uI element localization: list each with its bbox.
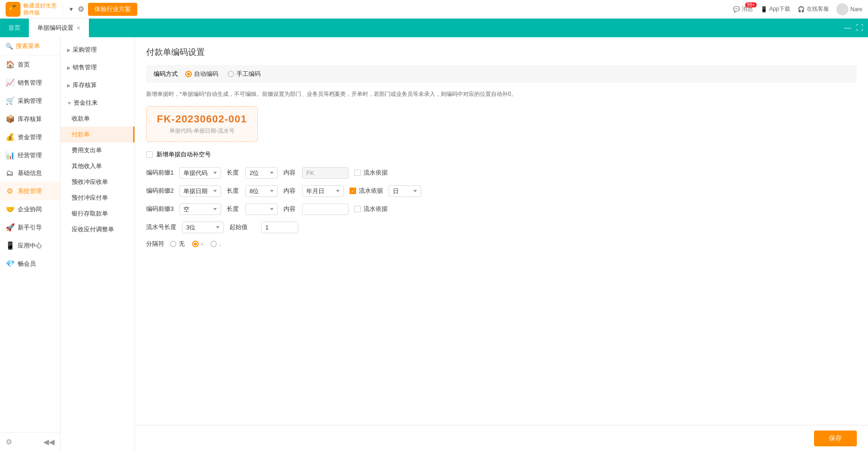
encode-method-label: 编码方式 <box>154 70 178 78</box>
message-icon: 💬 <box>733 6 740 13</box>
sub-item-expense[interactable]: 费用支出单 <box>61 142 135 158</box>
sidebar-item-guide[interactable]: 🚀 新手引导 <box>0 218 60 236</box>
sales-icon: 📈 <box>6 78 14 87</box>
auto-fill-row: 新增单据自动补空号 <box>146 150 857 159</box>
save-button[interactable]: 保存 <box>814 431 857 446</box>
prefix1-length-select[interactable]: 2位 <box>245 167 278 179</box>
home-icon: 🏠 <box>6 60 14 69</box>
sidebar-item-inventory[interactable]: 📦 库存核算 <box>0 110 60 128</box>
auto-encode-radio[interactable]: 自动编码 <box>185 70 218 78</box>
prefix2-waterflow-label[interactable]: ✓ 流水依据 <box>350 187 383 195</box>
sidebar-item-purchase[interactable]: 🛒 采购管理 <box>0 92 60 110</box>
membership-icon: 💎 <box>6 259 14 268</box>
phone-icon: 📱 <box>760 6 767 13</box>
prefix3-content-input[interactable] <box>302 203 349 215</box>
prefix1-waterflow-label[interactable]: 流水依据 <box>354 168 388 177</box>
manual-encode-radio[interactable]: 手工编码 <box>228 70 261 78</box>
guide-icon: 🚀 <box>6 223 14 232</box>
sidebar-item-operations[interactable]: 📊 经营管理 <box>0 146 60 164</box>
prefix3-waterflow-checkbox[interactable] <box>354 206 361 212</box>
serial-length-label: 流水号长度 <box>146 223 176 231</box>
gear-bottom-icon[interactable]: ⚙ <box>6 438 12 446</box>
sub-item-bank[interactable]: 银行存取款单 <box>61 206 135 222</box>
page-title: 付款单编码设置 <box>146 47 857 58</box>
chevron-right-icon: ▶ <box>67 47 71 53</box>
sidebar-item-home[interactable]: 🏠 首页 <box>0 55 60 74</box>
prefix-row-1: 编码前缀1 单据代码 长度 2位 内容 流水依据 <box>146 167 857 179</box>
prefix2-period-select[interactable]: 日 <box>389 185 421 197</box>
prefix1-content-label: 内容 <box>283 168 296 177</box>
sub-item-adjust[interactable]: 应收应付调整单 <box>61 222 135 237</box>
sidebar-item-apps[interactable]: 📱 应用中心 <box>0 236 60 255</box>
sub-item-other-income[interactable]: 其他收入单 <box>61 158 135 174</box>
prefix2-select[interactable]: 单据日期 <box>179 185 221 197</box>
sidebar-item-finance[interactable]: 💰 资金管理 <box>0 128 60 146</box>
tab-encode-settings[interactable]: 单据编码设置 ✕ <box>29 19 89 37</box>
enterprise-icon: 🤝 <box>6 205 14 214</box>
logo-text: 畅通道好生意 插件版 <box>23 2 57 16</box>
sidebar-item-enterprise[interactable]: 🤝 企业协同 <box>0 200 60 218</box>
sub-item-receipt[interactable]: 收款单 <box>61 111 135 127</box>
sub-item-prepay-offset2[interactable]: 预付冲应付单 <box>61 190 135 206</box>
tab-bar: 首页 单据编码设置 ✕ — ⛶ <box>0 19 868 37</box>
prefix2-content-select[interactable]: 年月日 <box>302 185 344 197</box>
prefix3-waterflow-label[interactable]: 流水依据 <box>354 205 388 213</box>
app-download-button[interactable]: 📱 App下载 <box>760 5 790 13</box>
sep-dash-radio[interactable]: - <box>192 240 203 247</box>
prefix3-content-label: 内容 <box>283 205 296 213</box>
sidebar-item-basic-info[interactable]: 🗂 基础信息 <box>0 164 60 182</box>
tab-home[interactable]: 首页 <box>0 19 29 37</box>
prefix2-length-select[interactable]: 8位 <box>245 185 278 197</box>
tab-close-icon[interactable]: ✕ <box>76 25 81 31</box>
prefix3-length-select[interactable] <box>245 203 278 215</box>
main-page: 付款单编码设置 编码方式 自动编码 手工编码 <box>135 37 868 425</box>
serial-row: 流水号长度 3位 起始值 <box>146 222 857 233</box>
window-minimize-icon[interactable]: — <box>844 24 851 32</box>
window-maximize-icon[interactable]: ⛶ <box>856 24 863 32</box>
main-layout: 🔍 搜索菜单 🏠 首页 📈 销售管理 🛒 采购管理 📦 库存核算 💰 资金管理 … <box>0 37 868 451</box>
start-value-input[interactable] <box>261 222 298 233</box>
encode-radio-group: 自动编码 手工编码 <box>185 70 261 78</box>
sidebar-item-sales[interactable]: 📈 销售管理 <box>0 74 60 92</box>
prefix1-select[interactable]: 单据代码 <box>179 167 221 179</box>
finance-icon: 💰 <box>6 133 14 141</box>
prefix3-select[interactable]: 空 <box>179 203 221 215</box>
online-service-button[interactable]: 🎧 在线客服 <box>798 5 829 13</box>
auto-fill-checkbox[interactable] <box>146 151 153 158</box>
sub-group-inventory-title[interactable]: ▶ 库存核算 <box>61 77 135 93</box>
prefix2-waterflow-checkbox[interactable]: ✓ <box>350 188 356 194</box>
example-desc: 单据代码-单据日期-流水号 <box>157 127 247 135</box>
search-menu[interactable]: 🔍 搜索菜单 <box>0 37 60 55</box>
sep-dot-radio[interactable]: . <box>210 240 221 247</box>
sub-item-prepay-offset[interactable]: 预收冲应收单 <box>61 174 135 190</box>
tab-bar-actions: — ⛶ <box>839 24 868 32</box>
sep-none-radio[interactable]: 无 <box>170 240 185 248</box>
sidebar-item-system[interactable]: ⚙ 系统管理 <box>0 182 60 200</box>
message-button[interactable]: 💬 消息 99+ <box>733 5 753 13</box>
apps-icon: 📱 <box>6 241 14 250</box>
prefix1-waterflow-checkbox[interactable] <box>354 169 361 176</box>
collapse-icon[interactable]: ◀◀ <box>43 438 54 446</box>
info-text: 新增单据时，*单据编码*自动生成，不可编辑。前缀设置为部门、业务员等档案类，开单… <box>146 89 857 100</box>
topbar-right: 💬 消息 99+ 📱 App下载 🎧 在线客服 Nare <box>733 3 862 15</box>
prefix2-label: 编码前缀2 <box>146 187 174 195</box>
prefix1-label: 编码前缀1 <box>146 168 174 177</box>
example-box: FK-20230602-001 单据代码-单据日期-流水号 <box>146 106 258 142</box>
serial-length-select[interactable]: 3位 <box>182 222 224 233</box>
chevron-right-icon: ▶ <box>67 83 71 88</box>
trial-button[interactable]: 体验行业方案 <box>88 3 137 16</box>
main-content-wrapper: 付款单编码设置 编码方式 自动编码 手工编码 <box>135 37 868 451</box>
nav-arrow-icon: ▼ <box>68 6 74 13</box>
message-badge: 99+ <box>745 2 757 7</box>
prefix1-content-input <box>302 167 349 179</box>
sub-group-capital-title[interactable]: ▼ 资金往来 <box>61 95 135 111</box>
purchase-icon: 🛒 <box>6 96 14 105</box>
start-value-label: 起始值 <box>229 223 256 231</box>
sub-group-purchase-title[interactable]: ▶ 采购管理 <box>61 42 135 58</box>
sub-item-payment[interactable]: 付款单 <box>61 127 135 142</box>
settings-icon[interactable]: ⚙ <box>78 5 84 13</box>
topbar-nav[interactable]: ▼ <box>68 6 74 13</box>
sidebar-item-membership[interactable]: 💎 畅会员 <box>0 255 60 273</box>
user-avatar[interactable]: Nare <box>836 3 862 15</box>
sub-group-sales-title[interactable]: ▶ 销售管理 <box>61 60 135 75</box>
